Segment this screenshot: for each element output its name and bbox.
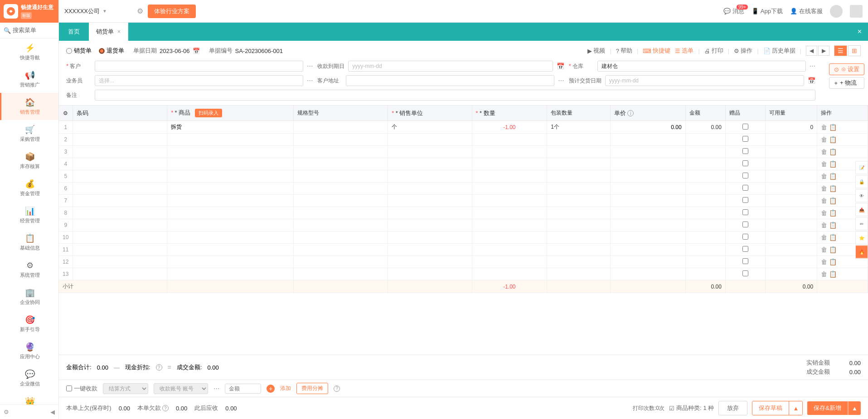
row-unit-price[interactable] bbox=[610, 231, 685, 244]
row-barcode[interactable] bbox=[73, 146, 167, 158]
row-copy-icon[interactable]: 📋 bbox=[829, 246, 837, 253]
sidebar-item-system[interactable]: ⚙ 系统管理 bbox=[0, 256, 58, 283]
row-spec[interactable] bbox=[293, 195, 388, 207]
row-delete-icon[interactable]: 🗑 bbox=[821, 124, 827, 131]
sidebar-item-basic[interactable]: 📋 基础信息 bbox=[0, 229, 58, 256]
row-product[interactable] bbox=[167, 195, 293, 207]
row-barcode[interactable] bbox=[73, 158, 167, 170]
row-spec[interactable] bbox=[293, 231, 388, 244]
sidebar-settings-icon[interactable]: ⚙ bbox=[4, 409, 9, 415]
save-new-btn[interactable]: 保存&新增 bbox=[807, 401, 848, 415]
row-spec[interactable] bbox=[293, 121, 388, 134]
barcode-input[interactable] bbox=[77, 136, 113, 143]
fee-split-btn[interactable]: 费用分摊 bbox=[296, 383, 328, 394]
right-panel-btn-1[interactable]: 📝 bbox=[855, 161, 868, 174]
row-quantity[interactable] bbox=[472, 121, 547, 134]
print-action[interactable]: 🖨 打印 bbox=[704, 47, 723, 55]
row-product[interactable] bbox=[167, 146, 293, 158]
note-input[interactable] bbox=[95, 90, 815, 101]
customer-addr-input[interactable] bbox=[346, 75, 554, 86]
barcode-input[interactable] bbox=[77, 222, 113, 228]
th-gear[interactable]: ⚙ bbox=[59, 106, 73, 121]
one-click-pay-input[interactable] bbox=[66, 385, 72, 391]
spec-input[interactable] bbox=[297, 246, 334, 253]
barcode-input[interactable] bbox=[77, 149, 113, 155]
row-spec[interactable] bbox=[293, 183, 388, 195]
quantity-input[interactable] bbox=[496, 173, 523, 179]
trial-btn[interactable]: 体验行业方案 bbox=[148, 5, 196, 18]
customer-more-icon[interactable]: ··· bbox=[307, 62, 313, 70]
spec-input[interactable] bbox=[297, 173, 334, 179]
sidebar-item-finance[interactable]: 💰 资金管理 bbox=[0, 174, 58, 202]
row-unit-price[interactable] bbox=[610, 207, 685, 219]
row-unit-price[interactable] bbox=[610, 158, 685, 170]
row-gift[interactable] bbox=[725, 183, 765, 195]
row-quantity[interactable] bbox=[472, 219, 547, 231]
gift-checkbox[interactable] bbox=[742, 124, 748, 130]
quantity-input[interactable] bbox=[496, 234, 523, 241]
scan-btn[interactable]: 扫码录入 bbox=[195, 109, 222, 117]
row-gift[interactable] bbox=[725, 134, 765, 146]
sidebar-item-quick-nav[interactable]: ⚡ 快捷导航 bbox=[0, 39, 58, 66]
sidebar-item-wechat[interactable]: 💬 企业微信 bbox=[0, 365, 58, 392]
sidebar-item-purchase[interactable]: 🛒 采购管理 bbox=[0, 120, 58, 147]
row-quantity[interactable] bbox=[472, 268, 547, 280]
row-unit-price[interactable] bbox=[610, 256, 685, 268]
radio-return-input[interactable] bbox=[99, 48, 105, 54]
row-quantity[interactable] bbox=[472, 158, 547, 170]
row-barcode[interactable] bbox=[73, 121, 167, 134]
right-panel-btn-4[interactable]: 📤 bbox=[855, 203, 868, 216]
unit-price-input[interactable] bbox=[655, 259, 682, 265]
right-panel-btn-6[interactable]: ⭐ bbox=[855, 231, 868, 244]
spec-input[interactable] bbox=[297, 185, 334, 192]
row-gift[interactable] bbox=[725, 195, 765, 207]
tab-home[interactable]: 首页 bbox=[59, 23, 89, 41]
warehouse-input[interactable] bbox=[597, 61, 806, 72]
unit-price-input[interactable] bbox=[655, 173, 682, 179]
right-panel-btn-2[interactable]: 🔒 bbox=[855, 175, 868, 188]
spec-input[interactable] bbox=[297, 210, 334, 216]
row-unit-price[interactable] bbox=[610, 244, 685, 256]
unit-price-info-icon[interactable]: i bbox=[627, 110, 634, 116]
row-unit-price[interactable] bbox=[610, 219, 685, 231]
row-spec[interactable] bbox=[293, 268, 388, 280]
row-gift[interactable] bbox=[725, 170, 765, 183]
row-barcode[interactable] bbox=[73, 268, 167, 280]
row-product[interactable] bbox=[167, 121, 293, 134]
row-unit-price[interactable] bbox=[610, 183, 685, 195]
product-input[interactable] bbox=[171, 149, 216, 155]
prev-btn[interactable]: ◀ bbox=[806, 46, 817, 56]
row-gift[interactable] bbox=[725, 121, 765, 134]
unit-price-input[interactable] bbox=[655, 124, 682, 130]
message-btn[interactable]: 💬 消息 99+ bbox=[723, 7, 744, 15]
shortcut-action[interactable]: ⌨ 快捷键 bbox=[643, 47, 670, 55]
unit-price-input[interactable] bbox=[655, 197, 682, 204]
unit-price-input[interactable] bbox=[655, 210, 682, 216]
gift-checkbox[interactable] bbox=[742, 136, 748, 142]
row-copy-icon[interactable]: 📋 bbox=[829, 124, 837, 131]
quantity-input[interactable] bbox=[496, 222, 523, 228]
product-input[interactable] bbox=[171, 259, 216, 265]
unit-price-input[interactable] bbox=[655, 136, 682, 143]
row-quantity[interactable] bbox=[472, 231, 547, 244]
quantity-input[interactable] bbox=[496, 271, 523, 277]
radio-return[interactable]: 退货单 bbox=[99, 47, 124, 55]
lack-info-icon[interactable]: ? bbox=[162, 405, 169, 411]
row-spec[interactable] bbox=[293, 256, 388, 268]
row-unit-price[interactable] bbox=[610, 146, 685, 158]
row-barcode[interactable] bbox=[73, 183, 167, 195]
spec-input[interactable] bbox=[297, 197, 334, 204]
row-product[interactable] bbox=[167, 158, 293, 170]
row-delete-icon[interactable]: 🗑 bbox=[821, 209, 827, 217]
row-gift[interactable] bbox=[725, 146, 765, 158]
customer-addr-more-icon[interactable]: ··· bbox=[558, 77, 564, 85]
product-input[interactable] bbox=[171, 197, 216, 204]
radio-sale-input[interactable] bbox=[66, 48, 72, 54]
row-gift[interactable] bbox=[725, 158, 765, 170]
right-panel-btn-3[interactable]: 👁 bbox=[855, 189, 868, 202]
operate-action[interactable]: ⚙ 操作 bbox=[734, 47, 752, 55]
row-quantity[interactable] bbox=[472, 134, 547, 146]
row-copy-icon[interactable]: 📋 bbox=[829, 258, 837, 265]
one-click-pay-checkbox[interactable]: 一键收款 bbox=[66, 385, 97, 393]
quantity-input[interactable] bbox=[496, 210, 523, 216]
